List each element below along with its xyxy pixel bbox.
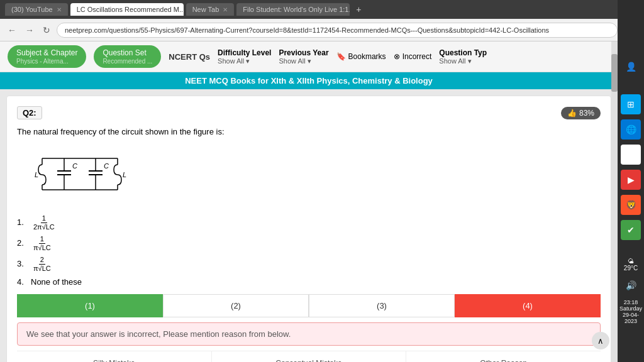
reason-row: Silly Mistake Conceptual Mistake Other R… <box>17 351 601 362</box>
question-set-pill[interactable]: Question Set Recommended ... <box>94 45 161 68</box>
reason-other[interactable]: Other Reason <box>406 351 601 362</box>
clock: 23:18 Saturday 29-04-2023 <box>618 299 644 324</box>
banner: NEET MCQ Books for XIth & XIIth Physics,… <box>0 72 618 89</box>
question-number: Q2: <box>17 106 42 119</box>
scroll-up-button[interactable]: ∧ <box>592 332 609 349</box>
toolbar: Subject & Chapter Physics - Alterna... Q… <box>0 41 618 72</box>
reason-silly-mistake[interactable]: Silly Mistake <box>17 351 212 362</box>
right-sidebar: 👤 ⊞ 🌐 G ▶ 🦁 ✔ 🌤 29°C 🔊 23:18 Saturday 29… <box>618 0 644 362</box>
options-list: 1. 1 2π√LC 2. 1 π√LC 3. <box>17 214 601 287</box>
new-tab-button[interactable]: + <box>352 3 365 16</box>
green-icon[interactable]: ✔ <box>621 220 641 240</box>
option-4: 4. None of these <box>17 277 601 287</box>
refresh-button[interactable]: ↻ <box>40 24 53 36</box>
option-3: 3. 2 π√LC <box>17 256 601 273</box>
scrollbar[interactable] <box>611 41 618 362</box>
windows-icon[interactable]: ⊞ <box>621 94 641 114</box>
circuit-diagram: L L C C <box>30 146 601 204</box>
sidebar-bottom: 🌤 29°C 🔊 23:18 Saturday 29-04-2023 <box>618 258 644 324</box>
tab-youtube[interactable]: (30) YouTube ✕ <box>5 3 68 16</box>
forward-button[interactable]: → <box>23 24 36 36</box>
option-2: 2. 1 π√LC <box>17 235 601 252</box>
answer-button-1[interactable]: (1) <box>17 294 163 317</box>
answer-button-2[interactable]: (2) <box>163 294 309 317</box>
brave-icon[interactable]: 🦁 <box>621 195 641 215</box>
question-type-item[interactable]: Question Typ Show All ▾ <box>439 48 487 65</box>
answer-button-4[interactable]: (4) <box>455 294 601 317</box>
svg-text:C: C <box>72 162 77 170</box>
address-bar: ← → ↻ neetprep.com/questions/55-Physics/… <box>0 19 644 41</box>
tab-new-tab[interactable]: New Tab ✕ <box>186 3 235 16</box>
red-app-icon[interactable]: ▶ <box>621 170 641 190</box>
weather-widget: 🌤 29°C <box>624 258 638 272</box>
svg-text:C: C <box>104 162 109 170</box>
svg-text:L: L <box>123 171 126 178</box>
difficulty-item[interactable]: Difficulty Level Show All ▾ <box>218 48 271 65</box>
question-header: Q2: 👍 83% <box>17 106 601 119</box>
main-content: Subject & Chapter Physics - Alterna... Q… <box>0 41 618 362</box>
question-card: Q2: 👍 83% The natural frequency of the c… <box>6 96 611 362</box>
error-message: We see that your answer is incorrect, Pl… <box>17 322 601 346</box>
google-icon[interactable]: G <box>621 145 641 165</box>
user-icon[interactable]: 👤 <box>621 57 641 77</box>
svg-text:L: L <box>35 171 38 178</box>
tab-lc-oscillations[interactable]: LC Oscillations Recommended M... ✕ <box>70 3 184 16</box>
close-icon[interactable]: ✕ <box>223 6 228 13</box>
thumbs-up-icon: 👍 <box>567 109 577 118</box>
close-icon[interactable]: ✕ <box>57 6 62 13</box>
circuit-svg: L L C C <box>30 146 130 202</box>
prev-year-item[interactable]: Previous Year Show All ▾ <box>279 48 328 65</box>
answer-button-3[interactable]: (3) <box>309 294 455 317</box>
reason-conceptual-mistake[interactable]: Conceptual Mistake <box>212 351 407 362</box>
scrollbar-thumb[interactable] <box>611 54 618 92</box>
bookmarks-item[interactable]: 🔖 Bookmarks <box>336 52 386 61</box>
option-1: 1. 1 2π√LC <box>17 214 601 231</box>
bookmark-icon: 🔖 <box>336 52 346 61</box>
back-button[interactable]: ← <box>5 24 19 36</box>
accuracy-badge: 👍 83% <box>561 107 601 119</box>
url-bar[interactable]: neetprep.com/questions/55-Physics/697-Al… <box>57 23 618 38</box>
edge-icon[interactable]: 🌐 <box>621 119 641 140</box>
ncert-qs-item[interactable]: NCERT Qs <box>169 52 210 62</box>
incorrect-item[interactable]: ⊗ Incorrect <box>394 52 432 61</box>
browser-chrome: (30) YouTube ✕ LC Oscillations Recommend… <box>0 0 644 19</box>
question-text: The natural frequency of the circuit sho… <box>17 126 601 138</box>
answer-row: (1) (2) (3) (4) <box>17 294 601 317</box>
subject-chapter-pill[interactable]: Subject & Chapter Physics - Alterna... <box>8 45 86 68</box>
tab-filo[interactable]: Filo Student: World's Only Live 1:1... ✕ <box>236 3 350 16</box>
speaker-icon[interactable]: 🔊 <box>621 275 641 295</box>
incorrect-icon: ⊗ <box>394 52 400 61</box>
